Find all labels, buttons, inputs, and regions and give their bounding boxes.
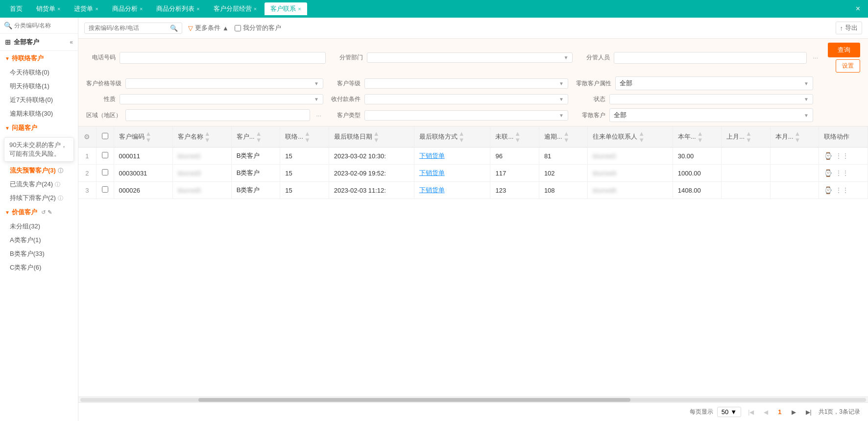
more-icon-1[interactable]: ⋮⋮ [835,152,849,160]
arrow-icon: ▼ [5,56,10,61]
close-purchase-icon[interactable]: × [95,6,98,12]
sidebar-group-pending[interactable]: ▼ 待联络客户 [0,51,78,66]
export-button[interactable]: ↑ 导出 [836,22,863,34]
sidebar-group-value[interactable]: ▼ 价值客户 ↺ ✎ [0,205,78,220]
main-layout: 🔍 ⊞ 全部客户 « ▼ 待联络客户 今天待联络(0) 明天待联络(1) 近7天… [0,18,868,421]
filter-nature-select[interactable]: ▼ [120,94,323,104]
sidebar-item-unclassified[interactable]: 未分组(32) [0,220,78,233]
nav-customer-tier[interactable]: 客户分层经营 × [208,2,263,15]
col-settings: ⚙ [78,126,96,148]
edit-icon[interactable]: ✎ [48,209,52,216]
prev-page-button[interactable]: ◀ [761,408,771,417]
sort-unit-contact[interactable]: 往来单位联系人 ▲▼ [593,130,667,143]
row-select-checkbox-3[interactable] [102,186,108,193]
sidebar-search-input[interactable] [14,22,78,29]
sort-this-month[interactable]: 本月... ▲▼ [775,130,814,143]
more-filters-button[interactable]: ▽ 更多条件 ▲ [188,24,229,32]
sort-contact[interactable]: 联络... ▲▼ [285,130,323,143]
col-customer-name: 客户名称 ▲▼ [172,126,231,148]
close-customer-tier-icon[interactable]: × [254,6,257,12]
sort-last-contact-date[interactable]: 最后联络日期 ▲▼ [334,130,409,143]
next-page-button[interactable]: ▶ [789,408,799,417]
sort-uncontacted[interactable]: 未联... ▲▼ [495,130,533,143]
row-uncontacted-2: 117 [490,165,539,182]
row-last-date-3: 2023-02-03 11:12: [329,182,414,199]
contact-method-link-1[interactable]: 下销货单 [419,152,445,159]
sort-overdue[interactable]: 逾期... ▲▼ [544,130,582,143]
row-select-checkbox-1[interactable] [102,152,108,158]
nav-home[interactable]: 首页 [4,2,28,15]
settings-button[interactable]: 设置 [836,59,860,73]
nav-product-analysis[interactable]: 商品分析 × [106,2,148,15]
filter-price-grade-select[interactable]: ▼ [125,78,323,89]
sidebar-item-today[interactable]: 今天待联络(0) [0,66,78,79]
sort-customer-code[interactable]: 客户编码 ▲▼ [119,130,168,143]
filter-cust-type-select[interactable]: ▼ [364,110,568,121]
filter-search-input[interactable] [89,25,167,31]
refresh-icon[interactable]: ↺ [41,209,46,216]
column-settings-icon[interactable]: ⚙ [84,133,90,141]
filter-payment-select[interactable]: ▼ [364,94,568,104]
chevron-up-icon: ▲ [222,25,229,32]
nav-purchase[interactable]: 进货单 × [68,2,104,15]
close-product-analysis-icon[interactable]: × [140,6,143,12]
nav-sales[interactable]: 销货单 × [30,2,66,15]
filter-cust-grade-select[interactable]: ▼ [364,78,568,89]
sort-last-month[interactable]: 上月... ▲▼ [726,130,765,143]
sort-last-contact-method[interactable]: 最后联络方式 ▲▼ [419,130,485,143]
sort-arrows-contact: ▲▼ [304,130,311,143]
my-customers-checkbox[interactable] [235,25,241,31]
close-sales-icon[interactable]: × [57,6,60,12]
manager-dots-icon[interactable]: ··· [811,54,820,61]
row-last-month-3 [722,182,770,199]
top-nav: 首页 销货单 × 进货单 × 商品分析 × 商品分析列表 × 客户分层经营 × … [0,0,868,18]
contact-icon-2[interactable]: ⌚ [824,169,832,177]
sidebar-item-declining[interactable]: 持续下滑客户(2) ⓘ [0,191,78,205]
row-select-checkbox-2[interactable] [102,169,108,175]
contact-icon-1[interactable]: ⌚ [824,152,832,160]
sidebar-item-class-a[interactable]: A类客户(1) [0,233,78,247]
filter-phone-input[interactable] [120,52,326,64]
contact-method-link-3[interactable]: 下销货单 [419,186,445,194]
filter-region-input[interactable] [125,109,310,121]
sidebar-item-churn-warning[interactable]: 流失预警客户(3) ⓘ [0,164,78,177]
filter-dept-select[interactable]: ▼ [367,52,573,63]
sidebar-item-overdue[interactable]: 逾期未联络(30) [0,107,78,121]
nav-customer-contact[interactable]: 客户联系 × [265,2,307,15]
region-dots-icon[interactable]: ··· [314,112,323,119]
sort-customer-type[interactable]: 客户... ▲▼ [237,130,275,143]
first-page-button[interactable]: |◀ [745,408,757,417]
last-page-button[interactable]: ▶| [803,408,815,417]
close-product-analysis-list-icon[interactable]: × [196,6,199,12]
col-customer-type: 客户... ▲▼ [231,126,280,148]
query-button[interactable]: 查询 [828,43,860,57]
filter-status-select[interactable]: ▼ [609,94,813,104]
filter-cust-type-label: 客户类型 [331,111,361,120]
filter-retail-attr-select[interactable]: 全部 ▼ [615,76,813,90]
filter-manager-input[interactable] [614,52,807,64]
filter-funnel-icon: ▽ [188,25,193,32]
filter-search-button[interactable]: 🔍 [170,25,178,32]
sidebar-group-problem[interactable]: ▼ 问题客户 [0,121,78,135]
contact-icon-3[interactable]: ⌚ [824,186,832,194]
sidebar-item-7days[interactable]: 近7天待联络(0) [0,93,78,107]
per-page-select[interactable]: 50 ▼ [717,407,741,417]
sort-this-year[interactable]: 本年... ▲▼ [678,130,716,143]
more-icon-3[interactable]: ⋮⋮ [835,186,849,194]
window-close-button[interactable]: × [852,4,864,13]
more-icon-2[interactable]: ⋮⋮ [835,169,849,177]
contact-method-link-2[interactable]: 下销货单 [419,169,445,176]
sidebar-item-churned[interactable]: 已流失客户(24) ⓘ [0,177,78,191]
select-all-checkbox[interactable] [102,133,108,139]
horizontal-scrollbar[interactable] [78,396,868,402]
sidebar-item-class-b[interactable]: B类客户(33) [0,247,78,261]
sidebar-all-customers[interactable]: ⊞ 全部客户 « [0,34,78,51]
filter-retail-attr: 零散客户属性 全部 ▼ [576,76,813,90]
row-num-1: 1 [78,148,96,165]
sort-customer-name[interactable]: 客户名称 ▲▼ [178,130,226,143]
sidebar-item-class-c[interactable]: C类客户(6) [0,261,78,274]
sidebar-item-tomorrow[interactable]: 明天待联络(1) [0,79,78,93]
close-customer-contact-icon[interactable]: × [298,6,301,12]
nav-product-analysis-list[interactable]: 商品分析列表 × [150,2,205,15]
filter-retail-cust-select[interactable]: 全部 ▼ [609,108,813,122]
